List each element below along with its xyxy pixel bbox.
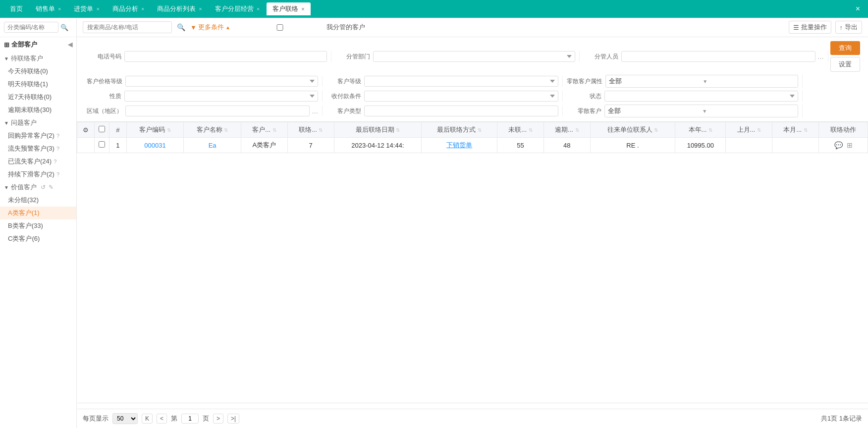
nav-tab-crm[interactable]: 客户分层经营 × xyxy=(209,2,266,15)
last-page-button[interactable]: >| xyxy=(227,414,239,424)
batch-ops-button[interactable]: ☰ 批量操作 xyxy=(789,21,831,34)
th-settings[interactable]: ⚙ xyxy=(77,122,95,138)
search-input[interactable] xyxy=(83,21,172,33)
chat-icon[interactable]: 💬 xyxy=(834,141,843,149)
group-problem-customers[interactable]: ▼ 问题客户 xyxy=(0,116,76,129)
manager-input[interactable] xyxy=(621,51,815,62)
th-checkbox[interactable] xyxy=(95,122,109,138)
next-page-button[interactable]: > xyxy=(213,414,223,424)
td-checkbox[interactable] xyxy=(95,138,109,153)
sidebar-item-churned[interactable]: 已流失客户(24) ? xyxy=(0,155,76,168)
phone-input[interactable] xyxy=(124,51,327,62)
edit-icon[interactable]: ✎ xyxy=(49,184,54,191)
nav-home[interactable]: 首页 xyxy=(4,2,29,15)
filter-nature: 性质 xyxy=(83,91,323,102)
table-container: ⚙ # 客户编码 ⇅ 客户名称 ⇅ 客户... ⇅ xyxy=(77,122,868,403)
nature-select[interactable] xyxy=(124,91,318,102)
sidebar-item-unclassified[interactable]: 未分组(32) xyxy=(0,194,76,207)
th-overdue[interactable]: 逾期... ⇅ xyxy=(543,122,590,138)
export-button[interactable]: ↑ 导出 xyxy=(835,21,863,34)
filter-customer-type: 客户类型 xyxy=(323,106,562,116)
filter-phone: 电话号码 xyxy=(83,51,331,62)
group-value-customers[interactable]: ▼ 价值客户 ↺ ✎ xyxy=(0,181,76,194)
retail-customer-select[interactable]: 全部 ▼ xyxy=(604,105,798,117)
th-name[interactable]: 客户名称 ⇅ xyxy=(184,122,241,138)
filter-row-2: 客户价格等级 客户等级 零散客户属性 全部 ▼ xyxy=(83,75,862,88)
status-select[interactable] xyxy=(604,91,798,102)
sidebar-item-declining[interactable]: 持续下滑客户(2) ? xyxy=(0,168,76,181)
th-last-contact-method[interactable]: 最后联络方式 ⇅ xyxy=(422,122,497,138)
customer-type-input[interactable] xyxy=(364,106,558,116)
sidebar-item-7days[interactable]: 近7天待联络(0) xyxy=(0,91,76,104)
manager-dots[interactable]: … xyxy=(817,53,824,60)
page-end-label: 页 xyxy=(203,414,209,423)
window-close-button[interactable]: × xyxy=(852,2,864,15)
payment-select[interactable] xyxy=(364,91,558,102)
region-dots[interactable]: … xyxy=(312,107,318,115)
my-customers-checkbox-label[interactable]: 我分管的客户 xyxy=(235,23,365,32)
sidebar-item-churn-warning[interactable]: 流失预警客户(3) ? xyxy=(0,142,76,155)
nav-tab-sales[interactable]: 销售单 × xyxy=(30,2,67,15)
horizontal-scrollbar[interactable] xyxy=(77,403,868,409)
nav-tab-contact[interactable]: 客户联络 × xyxy=(267,2,310,15)
td-contact-person: RE . xyxy=(590,138,675,153)
region-input[interactable] xyxy=(125,106,310,116)
nav-tab-purchase[interactable]: 进货单 × xyxy=(68,2,105,15)
close-purchase-tab[interactable]: × xyxy=(96,6,99,12)
nav-tab-analysis[interactable]: 商品分析 × xyxy=(107,2,150,15)
price-level-select[interactable] xyxy=(125,76,318,87)
qr-icon[interactable]: ⊞ xyxy=(847,141,853,149)
th-last-contact-date[interactable]: 最后联络日期 ⇅ xyxy=(334,122,422,138)
customer-level-select[interactable] xyxy=(364,76,558,87)
retail-attr-select[interactable]: 全部 ▼ xyxy=(605,75,798,88)
manager-label: 分管人员 xyxy=(584,53,618,61)
settings-button[interactable]: 设置 xyxy=(830,57,860,72)
sidebar-item-class-b[interactable]: B类客户(33) xyxy=(0,219,76,232)
td-name[interactable]: Ea xyxy=(184,138,241,153)
th-contact-count[interactable]: 联络... ⇅ xyxy=(287,122,334,138)
sidebar-item-tomorrow[interactable]: 明天待联络(1) xyxy=(0,78,76,91)
th-contact-person[interactable]: 往来单位联系人 ⇅ xyxy=(590,122,675,138)
th-this-year[interactable]: 本年... ⇅ xyxy=(675,122,726,138)
filter-search-icon[interactable]: 🔍 xyxy=(177,23,185,31)
sort-icon: ⇅ xyxy=(478,127,482,133)
sidebar-item-today[interactable]: 今天待联络(0) xyxy=(0,65,76,78)
close-contact-tab[interactable]: × xyxy=(301,6,304,12)
th-last-month[interactable]: 上月... ⇅ xyxy=(726,122,772,138)
th-this-month[interactable]: 本月... ⇅ xyxy=(772,122,819,138)
td-code[interactable]: 000031 xyxy=(126,138,184,153)
select-all-checkbox[interactable] xyxy=(99,126,105,132)
first-page-button[interactable]: K xyxy=(142,414,153,424)
nav-tab-analysis-list[interactable]: 商品分析列表 × xyxy=(151,2,208,15)
more-filters-button[interactable]: ▼ 更多条件 ▲ xyxy=(190,23,230,32)
sidebar-search-input[interactable] xyxy=(4,22,58,33)
region-label: 区域（地区） xyxy=(87,107,122,115)
close-sales-tab[interactable]: × xyxy=(58,6,61,12)
close-analysis-list-tab[interactable]: × xyxy=(199,6,202,12)
close-analysis-tab[interactable]: × xyxy=(141,6,144,12)
th-code[interactable]: 客户编码 ⇅ xyxy=(126,122,184,138)
customers-table: ⚙ # 客户编码 ⇅ 客户名称 ⇅ 客户... ⇅ xyxy=(77,122,868,153)
filter-region: 区域（地区） … xyxy=(83,106,323,116)
row-checkbox[interactable] xyxy=(99,141,105,148)
my-customers-checkbox[interactable] xyxy=(235,24,325,31)
sidebar-item-class-c[interactable]: C类客户(6) xyxy=(0,232,76,245)
close-crm-tab[interactable]: × xyxy=(257,6,260,12)
sidebar-item-repurchase-abnormal[interactable]: 回购异常客户(2) ? xyxy=(0,129,76,142)
sidebar-item-class-a[interactable]: A类客户(1) xyxy=(0,207,76,219)
refresh-icon[interactable]: ↺ xyxy=(41,184,46,191)
group-pending-contact[interactable]: ▼ 待联络客户 xyxy=(0,52,76,65)
all-customers-header[interactable]: ⊞ 全部客户 ◀ xyxy=(0,37,76,52)
th-customer-type[interactable]: 客户... ⇅ xyxy=(241,122,287,138)
sidebar-item-overdue[interactable]: 逾期未联络(30) xyxy=(0,104,76,116)
sidebar-collapse-btn[interactable]: ◀ xyxy=(68,41,72,48)
page-number-input[interactable] xyxy=(181,414,199,424)
td-last-contact-method[interactable]: 下销货单 xyxy=(422,138,497,153)
sidebar-search-icon[interactable]: 🔍 xyxy=(60,24,68,31)
th-actions: 联络动作 xyxy=(819,122,868,138)
page-size-select[interactable]: 50 100 200 xyxy=(112,413,138,424)
dept-select[interactable] xyxy=(373,51,576,62)
th-no-contact[interactable]: 未联... ⇅ xyxy=(497,122,544,138)
query-button[interactable]: 查询 xyxy=(830,41,860,55)
prev-page-button[interactable]: < xyxy=(157,414,167,424)
